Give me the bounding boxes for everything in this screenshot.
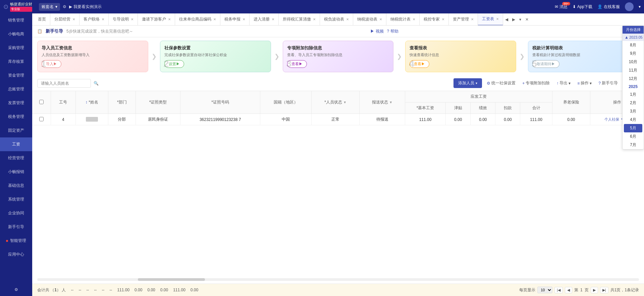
tab-tax-expert-close[interactable]: ✕ xyxy=(442,17,444,21)
last-page-btn[interactable]: ▶| xyxy=(600,287,608,293)
month-6[interactable]: 6月 xyxy=(623,132,644,141)
select-all-checkbox[interactable] xyxy=(39,100,44,104)
special-deduction-btn[interactable]: + 专项附加扣除 xyxy=(520,79,552,87)
tab-income-tax-close[interactable]: ✕ xyxy=(313,17,316,21)
filter-send-icon[interactable]: ▼ xyxy=(389,100,392,104)
month-9[interactable]: 9月 xyxy=(623,49,644,58)
th-yang-lao-bao-xian: 养老保险 xyxy=(552,91,590,114)
tab-tax-wave-close[interactable]: ✕ xyxy=(379,17,382,21)
horizontal-scrollbar[interactable] xyxy=(37,278,639,281)
search-icon[interactable]: 🔍 xyxy=(94,81,99,86)
sidebar-item-expense[interactable]: 小畅报销 xyxy=(0,165,32,179)
month-5-active[interactable]: 5月 xyxy=(624,124,642,132)
tab-customer[interactable]: 客户联络 ✕ xyxy=(79,13,109,26)
tab-tax-report-close[interactable]: ✕ xyxy=(243,17,245,21)
video-link[interactable]: ▶ 视频 xyxy=(370,29,383,34)
scrollbar-thumb[interactable] xyxy=(138,278,205,281)
row-checkbox[interactable] xyxy=(39,117,44,121)
tab-clearance[interactable]: 进入清册 ✕ xyxy=(250,13,279,26)
tab-tax-stats-close[interactable]: ✕ xyxy=(413,17,415,21)
tab-tax-stats[interactable]: 纳税统计表 ✕ xyxy=(386,13,420,26)
user-avatar[interactable] xyxy=(625,2,634,11)
search-input[interactable] xyxy=(37,79,91,88)
gear-icon[interactable]: ⚙ xyxy=(63,4,66,9)
tab-tax-report[interactable]: 税务申报 ✕ xyxy=(220,13,250,26)
tab-tax-wave[interactable]: 纳税波动表 ✕ xyxy=(353,13,386,26)
sidebar-item-ledger[interactable]: 总账管理 xyxy=(0,82,32,96)
row-checkbox-cell xyxy=(32,114,51,125)
user-menu-btn[interactable]: ▾ xyxy=(639,4,641,9)
sidebar-item-app[interactable]: 应用中心 xyxy=(0,248,32,261)
month-2[interactable]: 2月 xyxy=(623,99,644,107)
page-size-select[interactable]: 10 20 50 xyxy=(537,287,552,293)
help-link[interactable]: ? 帮助 xyxy=(387,29,398,34)
next-page-btn[interactable]: ▶ xyxy=(591,287,598,293)
sidebar-item-sales[interactable]: 销售管理 xyxy=(0,13,32,27)
tab-tax-expert[interactable]: 税控专家 ✕ xyxy=(420,13,449,26)
month-7[interactable]: 7月 xyxy=(623,141,644,149)
sidebar-item-system[interactable]: 系统管理 xyxy=(0,193,32,206)
tab-layered[interactable]: 分层经营 ✕ xyxy=(50,13,79,26)
sidebar-item-payroll[interactable]: 工资 xyxy=(0,137,32,151)
first-page-btn[interactable]: |◀ xyxy=(554,287,563,293)
tab-invite[interactable]: 邀请下游客户 ✕ xyxy=(138,13,175,26)
social-security-setup-btn[interactable]: ⚙ 统一社保设置 xyxy=(485,79,518,87)
app-download-btn[interactable]: ⬇ App下载 xyxy=(573,4,592,10)
sidebar-item-collab[interactable]: 企业协同 xyxy=(0,206,32,220)
month-11[interactable]: 11月 xyxy=(623,66,644,75)
tab-asset-mgmt-label: 资产管理 xyxy=(453,16,469,22)
settings-gear-icon[interactable]: ⚙ xyxy=(0,283,32,296)
tab-layered-close[interactable]: ✕ xyxy=(72,17,75,21)
sidebar-item-guide[interactable]: 新手引导 xyxy=(0,220,32,234)
tab-payroll-close[interactable]: ✕ xyxy=(496,17,499,21)
tab-payroll[interactable]: 工资表 ✕ xyxy=(478,13,503,26)
operation-btn[interactable]: ≡ 操作 ▾ xyxy=(575,79,594,87)
personal-social-security-link[interactable]: 个人社保 xyxy=(604,117,619,122)
month-1[interactable]: 1月 xyxy=(623,90,644,99)
tab-customer-close[interactable]: ✕ xyxy=(102,17,104,21)
sidebar-item-assets[interactable]: 固定资产 xyxy=(0,124,32,137)
month-nav-up[interactable]: ▲ xyxy=(624,34,629,40)
month-12[interactable]: 12月 xyxy=(623,75,644,83)
tab-close-all[interactable]: ✕ xyxy=(523,17,531,22)
new-guide-btn[interactable]: ? 新手引导 xyxy=(596,79,620,87)
sidebar-item-basic[interactable]: 基础信息 xyxy=(0,179,32,193)
tab-nav-left[interactable]: ◀ xyxy=(503,17,510,22)
sidebar-item-operation[interactable]: 经营管理 xyxy=(0,151,32,165)
online-service-btn[interactable]: 👤 在线客服 xyxy=(597,4,620,10)
tab-tax-burden-close[interactable]: ✕ xyxy=(346,17,349,21)
month-4[interactable]: 4月 xyxy=(623,116,644,124)
tab-nav-right[interactable]: ▶ xyxy=(510,17,517,22)
sidebar-item-inventory[interactable]: 库存核算 xyxy=(0,55,32,69)
tab-guide-desc[interactable]: 引导说明 ✕ xyxy=(109,13,138,26)
year-2025: 2025 xyxy=(623,83,644,90)
tab-product-code[interactable]: 往来单位商品编码 ✕ xyxy=(175,13,220,26)
tab-invite-close[interactable]: ✕ xyxy=(168,17,171,21)
month-10[interactable]: 10月 xyxy=(623,58,644,66)
month-3[interactable]: 3月 xyxy=(623,107,644,116)
add-person-btn[interactable]: 添加人员 ▾ xyxy=(453,78,482,88)
tab-nav-menu[interactable]: ▾ xyxy=(517,17,523,22)
tab-guide-desc-close[interactable]: ✕ xyxy=(131,17,133,21)
tab-asset-mgmt-close[interactable]: ✕ xyxy=(471,17,474,21)
month-8[interactable]: 8月 xyxy=(623,41,644,49)
export-btn[interactable]: ↑ 导出 ▾ xyxy=(554,79,573,87)
tab-clearance-close[interactable]: ✕ xyxy=(272,17,274,21)
message-btn[interactable]: ✉ 消息 99+ xyxy=(555,4,568,10)
filter-status-icon[interactable]: ▼ xyxy=(343,100,346,104)
month-nav-down[interactable]: ▼ xyxy=(643,34,644,40)
demo-link[interactable]: ▶ 我要看实例演示 xyxy=(69,4,102,10)
sidebar-item-ai[interactable]: 智能管理 xyxy=(0,234,32,248)
tab-home[interactable]: 首页 xyxy=(34,13,50,26)
tab-product-code-close[interactable]: ✕ xyxy=(213,17,216,21)
account-selector[interactable]: 账套名 ▾ xyxy=(39,3,60,11)
sidebar-item-purchase[interactable]: 采购管理 xyxy=(0,41,32,55)
sidebar-item-invoice[interactable]: 发票管理 xyxy=(0,96,32,110)
tab-income-tax[interactable]: 所得税汇算清缴 ✕ xyxy=(279,13,320,26)
tab-tax-burden[interactable]: 税负波动表 ✕ xyxy=(320,13,353,26)
sidebar-item-tax[interactable]: 税务管理 xyxy=(0,110,32,124)
sidebar-item-ecommerce[interactable]: 小畅电商 xyxy=(0,27,32,41)
tab-asset-mgmt[interactable]: 资产管理 ✕ xyxy=(449,13,478,26)
sidebar-item-capital[interactable]: 资金管理 xyxy=(0,69,32,82)
prev-page-btn[interactable]: ◀ xyxy=(565,287,572,293)
